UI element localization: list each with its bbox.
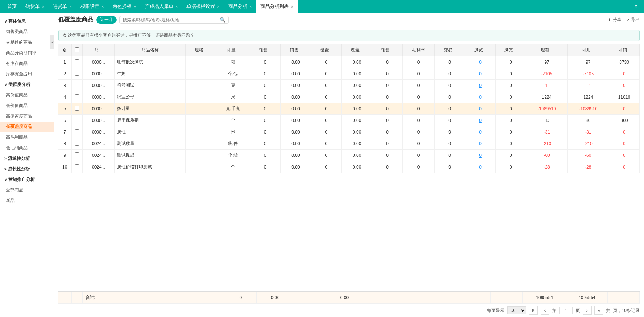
sidebar-section-liquidity[interactable]: > 流通性分析: [0, 153, 54, 164]
first-page-button[interactable]: K: [529, 306, 538, 315]
col-name-header[interactable]: 商品名称: [115, 44, 185, 56]
select-all-checkbox[interactable]: [75, 47, 79, 52]
row-checkbox[interactable]: [75, 71, 79, 76]
row-checkbox[interactable]: [75, 106, 79, 111]
nav-permissions[interactable]: 权限设置 ×: [76, 0, 108, 13]
period-button[interactable]: 近一月: [96, 16, 117, 24]
share-button[interactable]: ⬆ 分享: [608, 17, 621, 23]
nav-sales-order-close[interactable]: ×: [42, 4, 44, 9]
sidebar-item-high-coverage[interactable]: 高覆盖度商品: [0, 111, 54, 122]
sidebar-item-low-coverage[interactable]: 低覆盖度商品: [0, 122, 54, 132]
search-input[interactable]: [123, 17, 220, 23]
col-sales-amount-header[interactable]: 销售...: [280, 44, 311, 56]
sidebar-section-growth[interactable]: > 成长性分析: [0, 164, 54, 174]
last-page-button[interactable]: »: [594, 306, 603, 315]
col-sales3-header[interactable]: 销售...: [372, 44, 403, 56]
col-unit-header[interactable]: 计量...: [216, 44, 250, 56]
col-current-stock-header[interactable]: 现有...: [526, 44, 568, 56]
nav-home[interactable]: 首页: [3, 0, 21, 13]
col-settings-header[interactable]: ⚙: [58, 44, 71, 56]
row-checkbox[interactable]: [75, 152, 79, 157]
row-checkbox-cell[interactable]: [71, 161, 82, 173]
col-browse2-header[interactable]: 浏览...: [495, 44, 526, 56]
table-row: 7 0000... 属性 米 0 0.00 0 0.00 0 0 0 0 0 -…: [58, 126, 640, 138]
row-checkbox-cell[interactable]: [71, 126, 82, 138]
sidebar-item-low-value[interactable]: 低价值商品: [0, 100, 54, 111]
row-browse1[interactable]: 0: [465, 150, 496, 161]
prev-page-button[interactable]: <: [541, 306, 549, 315]
nav-product-analysis-close[interactable]: ×: [250, 4, 252, 9]
export-button[interactable]: ↗ 导出: [626, 17, 640, 23]
nav-finished-goods[interactable]: 产成品入库单 ×: [141, 0, 182, 13]
row-checkbox[interactable]: [75, 118, 79, 122]
row-checkbox[interactable]: [75, 141, 79, 146]
row-browse1[interactable]: 0: [465, 138, 496, 150]
col-sales-qty-header[interactable]: 销售...: [250, 44, 280, 56]
sidebar-item-category-rate[interactable]: 商品分类动销率: [0, 48, 54, 58]
row-checkbox-cell[interactable]: [71, 80, 82, 91]
main-layout: « ∨ 整体信息 销售类商品 交易过的商品 商品分类动销率 有库存商品 库存资金…: [0, 13, 644, 317]
col-code-header[interactable]: 商...: [82, 44, 115, 56]
nav-purchase-order-close[interactable]: ×: [69, 4, 71, 9]
next-page-button[interactable]: >: [583, 306, 592, 315]
row-checkbox[interactable]: [75, 59, 79, 64]
row-checkbox-cell[interactable]: [71, 91, 82, 103]
col-browse1-header[interactable]: 浏览...: [465, 44, 496, 56]
nav-template-settings-close[interactable]: ×: [217, 4, 219, 9]
col-available-stock-header[interactable]: 可用...: [568, 44, 609, 56]
col-gross-margin-header[interactable]: 毛利率: [402, 44, 434, 56]
nav-product-analysis[interactable]: 商品分析 ×: [224, 0, 256, 13]
col-sellable-header[interactable]: 可销...: [609, 44, 640, 56]
row-checkbox[interactable]: [75, 129, 79, 134]
col-cover1-header[interactable]: 覆盖...: [311, 44, 342, 56]
sidebar-item-in-stock[interactable]: 有库存商品: [0, 58, 54, 69]
row-current-stock: -1089510: [526, 103, 568, 115]
row-checkbox[interactable]: [75, 83, 79, 87]
row-browse1[interactable]: 0: [465, 56, 496, 68]
col-spec-header[interactable]: 规格...: [185, 44, 216, 56]
row-checkbox-cell[interactable]: [71, 68, 82, 80]
sidebar-item-high-value[interactable]: 高价值商品: [0, 90, 54, 100]
sidebar-item-traded-goods[interactable]: 交易过的商品: [0, 37, 54, 48]
row-checkbox[interactable]: [75, 94, 79, 99]
col-checkbox-header[interactable]: [71, 44, 82, 56]
sidebar-item-high-margin[interactable]: 高毛利商品: [0, 132, 54, 143]
sidebar-item-sales-goods[interactable]: 销售类商品: [0, 27, 54, 37]
nav-template-settings[interactable]: 单据模板设置 ×: [182, 0, 224, 13]
row-checkbox-cell[interactable]: [71, 103, 82, 115]
nav-permissions-close[interactable]: ×: [102, 4, 104, 9]
row-checkbox-cell[interactable]: [71, 138, 82, 150]
row-browse1[interactable]: 0: [465, 115, 496, 126]
row-browse1[interactable]: 0: [465, 91, 496, 103]
sidebar-collapse-button[interactable]: «: [50, 35, 54, 49]
row-checkbox-cell[interactable]: [71, 150, 82, 161]
sidebar-item-low-margin[interactable]: 低毛利商品: [0, 143, 54, 153]
per-page-select[interactable]: 50 100 200: [507, 306, 526, 314]
nav-sales-order[interactable]: 销货单 ×: [21, 0, 48, 13]
sidebar-section-cluster[interactable]: ∨ 类群度分析: [0, 79, 54, 90]
row-browse1[interactable]: 0: [465, 68, 496, 80]
sidebar-section-overall[interactable]: ∨ 整体信息: [0, 16, 54, 27]
row-browse1[interactable]: 0: [465, 103, 496, 115]
nav-role-auth[interactable]: 角色授权 ×: [108, 0, 140, 13]
row-checkbox-cell[interactable]: [71, 56, 82, 68]
nav-purchase-order[interactable]: 进货单 ×: [48, 0, 76, 13]
row-checkbox[interactable]: [75, 164, 79, 169]
nav-role-auth-close[interactable]: ×: [134, 4, 136, 9]
nav-product-analysis-list-close[interactable]: ×: [291, 4, 293, 9]
row-browse1[interactable]: 0: [465, 126, 496, 138]
sidebar-item-all-goods[interactable]: 全部商品: [0, 185, 54, 195]
sidebar-item-stock-capital[interactable]: 库存资金占用: [0, 69, 54, 79]
row-browse1[interactable]: 0: [465, 80, 496, 91]
nav-finished-goods-close[interactable]: ×: [176, 4, 178, 9]
col-cover2-header[interactable]: 覆盖...: [342, 44, 372, 56]
row-browse1[interactable]: 0: [465, 161, 496, 173]
col-transaction-header[interactable]: 交易...: [435, 44, 465, 56]
search-box[interactable]: 🔍: [119, 16, 229, 24]
row-checkbox-cell[interactable]: [71, 115, 82, 126]
sidebar-item-new-goods[interactable]: 新品: [0, 195, 54, 206]
nav-product-analysis-list[interactable]: 商品分析列表 ×: [256, 0, 298, 13]
sidebar-section-marketing[interactable]: ∨ 营销推广分析: [0, 174, 54, 185]
window-close-button[interactable]: ×: [631, 1, 641, 12]
page-number-input[interactable]: [559, 307, 573, 314]
